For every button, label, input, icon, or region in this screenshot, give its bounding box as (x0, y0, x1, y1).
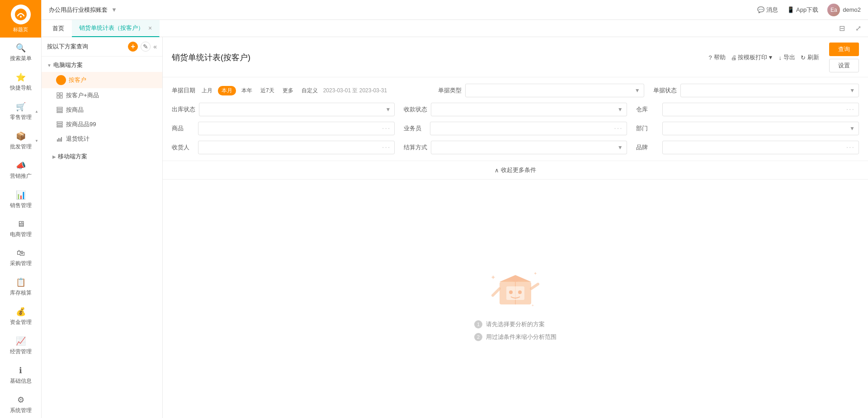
date-tab-last-month[interactable]: 上月 (199, 86, 215, 95)
svg-point-1 (20, 16, 22, 18)
retail-mgmt-icon: 🛒 (16, 102, 26, 112)
quick-nav-icon: ⭐ (16, 72, 26, 82)
date-tab-this-month[interactable]: 本月 (218, 86, 236, 95)
refresh-btn[interactable]: ↻ 刷新 (801, 53, 819, 62)
breadcrumb-arrow[interactable]: ▼ (111, 6, 117, 13)
wholesale-mgmt-icon: 📦 (16, 131, 26, 141)
date-tab-custom[interactable]: 自定义 (299, 86, 321, 95)
svg-text:✦: ✦ (531, 304, 534, 308)
filter-out-status: 出库状态 ▼ (172, 103, 395, 116)
print-label: 按模板打印 (738, 53, 767, 62)
inventory-icon: 📋 (16, 277, 26, 287)
message-btn[interactable]: 💬 消息 (757, 6, 778, 14)
date-tab-more[interactable]: 更多 (280, 86, 296, 95)
date-tab-last-7days[interactable]: 近7天 (258, 86, 277, 95)
collection-status-control[interactable]: ▼ (431, 103, 627, 116)
sidebar-item-basic-info[interactable]: ℹ 基础信息 (0, 360, 41, 390)
department-label: 部门 (636, 124, 659, 133)
mobile-scheme-group: ▶ 移动端方案 (42, 148, 162, 165)
sidebar-item-label: 搜索菜单 (10, 55, 32, 62)
print-btn[interactable]: 🖨 按模板打印 ▼ (731, 53, 774, 62)
scheme-item-by-goods-99[interactable]: 按商品品99 (42, 117, 162, 132)
settlement-control[interactable]: ▼ (431, 141, 627, 154)
filter-date: 单据日期 上月 本月 本年 近7天 更多 自定义 2023-03-01 至 20… (172, 86, 429, 95)
help-btn[interactable]: ? 帮助 (708, 53, 725, 62)
sidebar-item-label: 系统管理 (10, 407, 32, 414)
export-btn[interactable]: ↓ 导出 (779, 53, 796, 62)
sidebar-item-search-menu[interactable]: 🔍 搜索菜单 (0, 38, 41, 67)
sidebar-item-quick-nav[interactable]: ⭐ 快捷导航 (0, 67, 41, 96)
goods-control[interactable]: ··· (198, 122, 395, 135)
user-menu[interactable]: Ea demo2 (827, 4, 861, 16)
svg-rect-2 (57, 93, 59, 95)
scheme-item-by-goods[interactable]: 按商品 (42, 103, 162, 117)
department-control[interactable]: ▼ (662, 122, 859, 135)
sidebar-item-label: 快捷导航 (10, 84, 32, 92)
date-range-display: 2023-03-01 至 2023-03-31 (323, 87, 387, 95)
sidebar-item-wholesale-mgmt[interactable]: 📦 批发管理 (0, 126, 41, 155)
logo-text: 标题页 (13, 26, 28, 33)
warehouse-label: 仓库 (636, 105, 659, 114)
empty-tip-2: 2 用过滤条件来缩小分析范围 (474, 333, 557, 341)
collapse-btn[interactable]: ∧ 收起更多条件 (489, 165, 542, 176)
app-download-btn[interactable]: 📱 App下载 (787, 6, 818, 14)
tab-close-btn[interactable]: × (148, 24, 152, 32)
empty-tips: 1 请先选择要分析的方案 2 用过滤条件来缩小分析范围 (474, 320, 557, 341)
sales-stat-tab-label: 销货单统计表（按客户） (79, 24, 144, 32)
export-label: 导出 (783, 53, 795, 62)
sidebar-item-label: 经营管理 (10, 348, 32, 356)
sidebar-item-ops-mgmt[interactable]: 📈 经营管理 (0, 331, 41, 360)
edit-scheme-btn[interactable]: ✎ (141, 42, 151, 52)
sidebar-item-label: 库存核算 (10, 289, 32, 297)
salesperson-dots: ··· (614, 124, 623, 133)
filter-row-4: 收货人 ··· 结算方式 ▼ 品牌 (172, 141, 859, 154)
tab-fullscreen-btn[interactable]: ⤢ (852, 22, 864, 35)
export-icon: ↓ (779, 54, 782, 61)
header-right: 💬 消息 📱 App下载 Ea demo2 (757, 4, 861, 16)
order-status-control[interactable]: ▼ (680, 84, 859, 97)
sidebar-item-label: 采购管理 (10, 260, 32, 267)
scheme-item-by-customer[interactable]: 按客户 (42, 72, 162, 88)
panel-collapse-btn[interactable]: « (153, 43, 157, 50)
receiver-control[interactable]: ··· (198, 141, 395, 154)
desktop-group-arrow: ▼ (47, 63, 52, 68)
sidebar-item-inventory[interactable]: 📋 库存核算 (0, 272, 41, 301)
brand-control[interactable]: ··· (662, 141, 859, 154)
filter-area: 单据日期 上月 本月 本年 近7天 更多 自定义 2023-03-01 至 20… (163, 77, 868, 161)
collapse-icon: ∧ (495, 167, 499, 174)
purchase-mgmt-icon: 🛍 (17, 248, 25, 258)
date-tab-this-year[interactable]: 本年 (239, 86, 255, 95)
svg-line-21 (493, 289, 500, 295)
svg-rect-5 (60, 96, 62, 98)
sidebar-item-sys-mgmt[interactable]: ⚙ 系统管理 (0, 390, 41, 418)
sidebar-item-finance-mgmt[interactable]: 💰 资金管理 (0, 301, 41, 331)
mobile-group-header[interactable]: ▶ 移动端方案 (42, 150, 162, 163)
warehouse-control[interactable]: ··· (662, 103, 859, 116)
settlement-label: 结算方式 (404, 143, 427, 152)
salesperson-control[interactable]: ··· (430, 122, 627, 135)
query-button[interactable]: 查询 (829, 43, 859, 56)
filter-department: 部门 ▼ (636, 122, 859, 135)
sys-mgmt-icon: ⚙ (17, 395, 24, 405)
left-panel-title: 按以下方案查询 (47, 43, 88, 51)
svg-rect-4 (57, 96, 59, 98)
svg-rect-7 (57, 109, 62, 111)
out-status-control[interactable]: ▼ (199, 103, 395, 116)
sidebar-item-sales-mgmt[interactable]: 📊 销售管理 (0, 185, 41, 214)
sidebar-item-retail-mgmt[interactable]: 🛒 零售管理 (0, 96, 41, 126)
tab-minimize-btn[interactable]: ⊟ (835, 22, 848, 35)
sidebar-item-purchase-mgmt[interactable]: 🛍 采购管理 (0, 243, 41, 272)
settings-button[interactable]: 设置 (829, 59, 859, 72)
tab-home[interactable]: 首页 (45, 20, 72, 37)
sidebar-item-ecommerce-mgmt[interactable]: 🖥 电商管理 (0, 214, 41, 243)
scheme-item-by-customer-goods[interactable]: 按客户+商品 (42, 88, 162, 103)
tab-sales-stat[interactable]: 销货单统计表（按客户） × (72, 20, 160, 37)
add-scheme-btn[interactable]: + (128, 42, 138, 52)
desktop-scheme-group: ▼ 电脑端方案 按客户 按客户+商品 按商品 (42, 57, 162, 148)
filter-salesperson: 业务员 ··· (404, 122, 627, 135)
refresh-label: 刷新 (807, 53, 819, 62)
sidebar-item-marketing[interactable]: 📣 营销推广 (0, 155, 41, 185)
order-type-control[interactable]: ▼ (465, 84, 644, 97)
scheme-item-return-stat[interactable]: 退货统计 (42, 132, 162, 146)
desktop-group-header[interactable]: ▼ 电脑端方案 (42, 58, 162, 72)
